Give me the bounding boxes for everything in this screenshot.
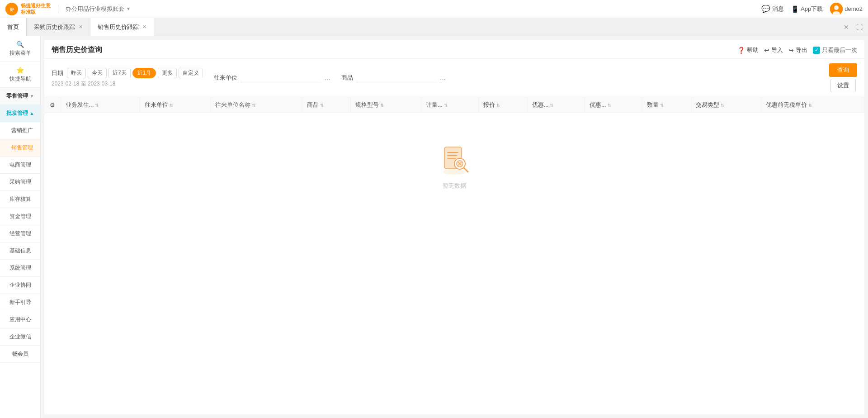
filter-area: 日期 昨天 今天 近7天 近1月 更多 自定义 2023-02-18 至 202… [44,59,864,97]
col-settings[interactable]: ⚙ [44,97,61,113]
sidebar-item-wholesale-mgmt[interactable]: 批发管理 ▲ [0,105,40,122]
svg-point-5 [443,169,466,175]
col-counterpart-name-label: 往来单位名称 [215,101,250,109]
goods-dots-btn[interactable]: ... [440,74,446,82]
col-spec-label: 规格型号 [355,101,379,109]
sort-icon: ⇅ [721,103,724,108]
sidebar-item-quick-nav[interactable]: ⭐ 快捷导航 [0,62,40,88]
sidebar-label-sales: 销售管理 [11,144,33,152]
col-pretax-price[interactable]: 优惠前无税单价 ⇅ [761,97,864,113]
sidebar-item-inventory[interactable]: 库存核算 [0,191,40,208]
sidebar-item-basic-info[interactable]: 基础信息 [0,242,40,260]
sidebar-label-beginner: 新手引导 [9,299,31,306]
date-buttons: 昨天 今天 近7天 近1月 更多 自定义 [67,68,203,78]
sidebar-item-app-center[interactable]: 应用中心 [0,311,40,328]
sidebar-item-system[interactable]: 系统管理 [0,260,40,277]
main-layout: 🔍 搜索菜单 ⭐ 快捷导航 零售管理 ▼ 批发管理 ▲ 营销推广 销售管理 电商… [0,36,868,418]
col-quoted-price[interactable]: 报价 ⇅ [479,97,527,113]
col-trade-type[interactable]: 交易类型 ⇅ [691,97,761,113]
sidebar-item-finance[interactable]: 资金管理 [0,208,40,225]
sort-icon: ⇅ [608,103,611,108]
help-label: 帮助 [747,46,759,54]
date-btn-today[interactable]: 今天 [88,68,107,78]
only-last-label: 只看最后一次 [822,46,857,54]
gear-icon[interactable]: ⚙ [50,102,55,109]
tab-close-all-btn[interactable]: ✕ [842,22,851,33]
sort-icon: ⇅ [660,103,664,108]
sidebar-label-wholesale: 批发管理 [6,109,28,117]
date-btn-7days[interactable]: 近7天 [108,68,131,78]
sidebar-item-member[interactable]: 畅会员 [0,346,40,363]
tab-purchase-history[interactable]: 采购历史价跟踪 ✕ [27,18,90,36]
workspace-selector[interactable]: 办公用品行业模拟账套 ▼ [66,5,131,13]
query-button[interactable]: 查询 [829,63,857,77]
col-unit-label: 计量... [426,101,443,109]
tab-close-sales[interactable]: ✕ [142,24,146,30]
filter-right-actions: 查询 设置 [829,63,857,92]
app-download-label: App下载 [801,5,823,13]
only-last-toggle[interactable]: ✓ 只看最后一次 [813,46,857,54]
date-btn-1month[interactable]: 近1月 [132,68,156,78]
col-counterpart-code[interactable]: 往来单位 ⇅ [140,97,210,113]
sidebar-item-retail-mgmt[interactable]: 零售管理 ▼ [0,88,40,105]
sidebar-item-enterprise-coop[interactable]: 企业协同 [0,277,40,294]
sidebar-item-search-menu[interactable]: 🔍 搜索菜单 [0,36,40,62]
col-discount2[interactable]: 优惠... ⇅ [585,97,642,113]
date-btn-custom[interactable]: 自定义 [179,68,203,78]
date-range-text: 2023-02-18 至 2023-03-18 [52,80,203,88]
help-btn[interactable]: ❓ 帮助 [737,46,759,54]
goods-input[interactable] [356,73,437,82]
date-btn-more[interactable]: 更多 [158,68,177,78]
sidebar-item-ecommerce[interactable]: 电商管理 [0,157,40,174]
tab-home[interactable]: 首页 [0,18,27,36]
import-btn[interactable]: ↩ 导入 [764,46,783,54]
sort-icon: ⇅ [320,103,324,108]
sidebar-item-beginner[interactable]: 新手引导 [0,294,40,311]
col-spec[interactable]: 规格型号 ⇅ [351,97,421,113]
sidebar-label-enterprise-wechat: 企业微信 [9,333,31,341]
col-unit[interactable]: 计量... ⇅ [421,97,478,113]
page-content: 销售历史价查询 ❓ 帮助 ↩ 导入 ↪ 导出 ✓ [44,40,864,414]
sidebar-item-enterprise-wechat[interactable]: 企业微信 [0,328,40,346]
chevron-down-icon: ▼ [126,6,131,11]
logo-area: 好 畅捷通好生意 标准版 [5,3,51,15]
sidebar-label-enterprise-coop: 企业协同 [9,281,31,289]
message-action[interactable]: 💬 消息 [761,5,784,13]
sort-icon: ⇅ [170,103,173,108]
col-goods[interactable]: 商品 ⇅ [302,97,351,113]
only-last-checkbox[interactable]: ✓ [813,47,820,54]
workspace-name: 办公用品行业模拟账套 [66,5,124,13]
sidebar-label-inventory: 库存核算 [9,195,31,203]
tab-sales-history[interactable]: 销售历史价跟踪 ✕ [90,18,154,36]
user-label: demo2 [844,5,863,12]
counterpart-filter: 往来单位 ... [214,73,330,82]
sidebar-item-purchase[interactable]: 采购管理 [0,174,40,191]
export-btn[interactable]: ↪ 导出 [788,46,807,54]
sidebar-label-search: 搜索菜单 [9,49,31,57]
sort-icon: ⇅ [496,103,500,108]
user-action[interactable]: demo2 [830,3,863,15]
sidebar-item-business[interactable]: 经营管理 [0,225,40,242]
tab-bar-right: ✕ ⛶ [842,22,868,33]
sidebar-label-purchase: 采购管理 [9,178,31,186]
logo-icon: 好 [5,3,18,15]
empty-icon [436,140,472,176]
col-quantity[interactable]: 数量 ⇅ [642,97,691,113]
sidebar-item-marketing[interactable]: 营销推广 [0,122,40,139]
tab-maximize-btn[interactable]: ⛶ [854,22,864,33]
sidebar-label-retail: 零售管理 [6,92,28,100]
col-biz-date[interactable]: 业务发生... ⇅ [61,97,140,113]
col-counterpart-name[interactable]: 往来单位名称 ⇅ [210,97,302,113]
app-download-action[interactable]: 📱 App下载 [791,5,823,13]
counterpart-dots-btn[interactable]: ... [324,74,330,82]
tab-close-purchase[interactable]: ✕ [79,24,83,30]
col-trade-type-label: 交易类型 [696,101,719,109]
table-header-row: ⚙ 业务发生... ⇅ 往来单位 [44,97,864,113]
sidebar: 🔍 搜索菜单 ⭐ 快捷导航 零售管理 ▼ 批发管理 ▲ 营销推广 销售管理 电商… [0,36,41,418]
settings-button[interactable]: 设置 [830,79,856,92]
sidebar-label-business: 经营管理 [9,230,31,238]
sidebar-item-sales-mgmt[interactable]: 销售管理 [0,139,40,157]
col-discount1[interactable]: 优惠... ⇅ [527,97,585,113]
date-btn-yesterday[interactable]: 昨天 [67,68,86,78]
counterpart-input[interactable] [240,73,321,82]
